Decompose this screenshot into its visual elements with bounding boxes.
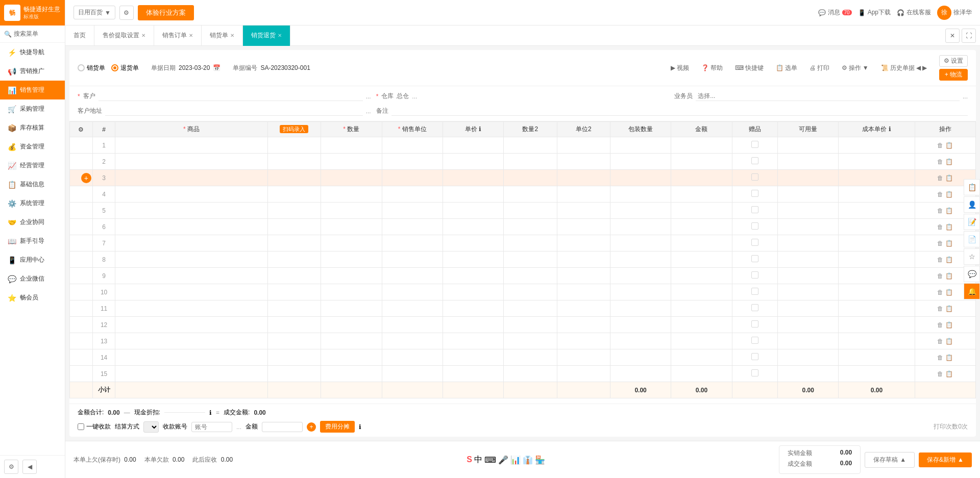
sidebar-item-operations[interactable]: 📈 经营管理 bbox=[0, 156, 65, 175]
account-input[interactable] bbox=[191, 422, 232, 432]
sidebar-item-member[interactable]: ⭐ 畅会员 bbox=[0, 288, 65, 307]
right-float-btn-3[interactable]: 📄 bbox=[964, 231, 980, 247]
tab-sales-return[interactable]: 销货退货 ✕ bbox=[243, 26, 290, 46]
right-float-btn-2[interactable]: 📝 bbox=[964, 214, 980, 230]
search-menu[interactable]: 🔍 搜索菜单 bbox=[0, 26, 65, 43]
delete-icon[interactable]: 🗑 bbox=[937, 370, 943, 378]
note-input[interactable] bbox=[391, 106, 968, 116]
copy-icon[interactable]: 📋 bbox=[945, 321, 953, 329]
copy-icon[interactable]: 📋 bbox=[945, 142, 953, 149]
gift-checkbox[interactable] bbox=[751, 190, 758, 197]
experience-button[interactable]: 体验行业方案 bbox=[138, 5, 194, 20]
tab-sales-order[interactable]: 销售订单 ✕ bbox=[154, 26, 202, 46]
delete-icon[interactable]: 🗑 bbox=[937, 354, 943, 361]
salesperson-input[interactable] bbox=[696, 91, 960, 101]
copy-icon[interactable]: 📋 bbox=[945, 289, 953, 296]
right-float-btn-4[interactable]: ☆ bbox=[964, 248, 980, 265]
sidebar-item-marketing[interactable]: 📢 营销推广 bbox=[0, 62, 65, 81]
sales-bill-radio[interactable]: 销货单 bbox=[78, 64, 105, 72]
help-btn[interactable]: ❓ 帮助 bbox=[697, 62, 727, 74]
add-row-btn[interactable]: + bbox=[81, 173, 91, 183]
close-tab-button[interactable]: ✕ bbox=[945, 29, 960, 43]
payment-checkbox-input[interactable] bbox=[78, 423, 84, 430]
customer-input[interactable] bbox=[99, 91, 363, 101]
gift-checkbox[interactable] bbox=[751, 222, 758, 230]
sidebar-item-guide[interactable]: 📖 新手引导 bbox=[0, 232, 65, 250]
copy-icon[interactable]: 📋 bbox=[945, 354, 953, 361]
sidebar-item-purchase-mgmt[interactable]: 🛒 采购管理 bbox=[0, 99, 65, 118]
tab-sales-bill[interactable]: 销货单 ✕ bbox=[202, 26, 243, 46]
copy-icon[interactable]: 📋 bbox=[945, 338, 953, 345]
fullscreen-button[interactable]: ⛶ bbox=[962, 29, 976, 43]
delete-icon[interactable]: 🗑 bbox=[937, 338, 943, 345]
col-settings[interactable]: ⚙ bbox=[70, 122, 93, 137]
save-new-button[interactable]: 保存&新增 ▲ bbox=[919, 452, 972, 467]
sidebar-item-finance[interactable]: 💰 资金管理 bbox=[0, 137, 65, 156]
fee-split-btn[interactable]: 费用分摊 bbox=[320, 421, 355, 433]
delete-icon[interactable]: 🗑 bbox=[937, 272, 943, 280]
add-payment-btn[interactable]: + bbox=[307, 422, 316, 432]
amount-input[interactable] bbox=[262, 422, 303, 432]
gift-checkbox[interactable] bbox=[751, 369, 758, 376]
col-scan[interactable]: 扫码录入 bbox=[267, 122, 321, 137]
tab-close-icon[interactable]: ✕ bbox=[230, 33, 234, 38]
discount-input[interactable] bbox=[164, 412, 205, 413]
gift-checkbox[interactable] bbox=[751, 271, 758, 279]
delete-icon[interactable]: 🗑 bbox=[937, 321, 943, 329]
nav-dropdown[interactable]: 日用百货 ▼ bbox=[74, 6, 115, 19]
right-float-btn-5[interactable]: 💬 bbox=[964, 266, 980, 282]
print-btn[interactable]: 🖨 打印 bbox=[805, 62, 834, 74]
delete-icon[interactable]: 🗑 bbox=[937, 174, 943, 182]
tab-price-setting[interactable]: 售价提取设置 ✕ bbox=[94, 26, 154, 46]
scan-btn[interactable]: 扫码录入 bbox=[280, 125, 308, 133]
right-float-btn-0[interactable]: 📋 bbox=[964, 179, 980, 195]
sidebar-item-quick-nav[interactable]: ⚡ 快捷导航 bbox=[0, 43, 65, 62]
copy-icon[interactable]: 📋 bbox=[945, 174, 953, 182]
tab-close-icon[interactable]: ✕ bbox=[278, 33, 282, 38]
copy-icon[interactable]: 📋 bbox=[945, 207, 953, 214]
delete-icon[interactable]: 🗑 bbox=[937, 305, 943, 312]
copy-icon[interactable]: 📋 bbox=[945, 305, 953, 312]
gift-checkbox[interactable] bbox=[751, 304, 758, 311]
tab-close-icon[interactable]: ✕ bbox=[189, 33, 193, 38]
delete-icon[interactable]: 🗑 bbox=[937, 142, 943, 149]
sidebar-item-basic-info[interactable]: 📋 基础信息 bbox=[0, 175, 65, 194]
sidebar-item-enterprise-wechat[interactable]: 💬 企业微信 bbox=[0, 269, 65, 288]
copy-icon[interactable]: 📋 bbox=[945, 191, 953, 198]
online-service-nav-item[interactable]: 🎧 在线客服 bbox=[897, 8, 931, 17]
sidebar-item-sys-mgmt[interactable]: ⚙️ 系统管理 bbox=[0, 194, 65, 213]
address-input[interactable] bbox=[105, 106, 363, 116]
gift-checkbox[interactable] bbox=[751, 337, 758, 344]
delete-icon[interactable]: 🗑 bbox=[937, 158, 943, 165]
gift-checkbox[interactable] bbox=[751, 288, 758, 295]
delete-icon[interactable]: 🗑 bbox=[937, 223, 943, 231]
settings-button[interactable]: ⚙ bbox=[4, 460, 18, 474]
header-gear-button[interactable]: ⚙ bbox=[119, 6, 134, 20]
sidebar-item-enterprise[interactable]: 🤝 企业协同 bbox=[0, 213, 65, 232]
app-download-nav-item[interactable]: 📱 App下载 bbox=[858, 8, 891, 17]
settlement-select[interactable] bbox=[143, 421, 159, 433]
sidebar-item-inventory[interactable]: 📦 库存核算 bbox=[0, 118, 65, 137]
delete-icon[interactable]: 🗑 bbox=[937, 289, 943, 296]
calendar-icon[interactable]: 📅 bbox=[213, 64, 220, 71]
operation-btn[interactable]: ⚙ 操作 ▼ bbox=[838, 62, 873, 74]
logistics-btn[interactable]: + 物流 bbox=[939, 69, 968, 81]
right-float-btn-6[interactable]: 🔔 bbox=[964, 283, 980, 299]
gift-checkbox[interactable] bbox=[751, 173, 758, 181]
copy-icon[interactable]: 📋 bbox=[945, 256, 953, 263]
copy-icon[interactable]: 📋 bbox=[945, 370, 953, 378]
save-draft-button[interactable]: 保存草稿 ▲ bbox=[865, 452, 915, 468]
user-nav-item[interactable]: 徐 徐泽华 bbox=[937, 6, 972, 20]
tab-home[interactable]: 首页 bbox=[65, 26, 94, 46]
select-btn[interactable]: 📋 选单 bbox=[772, 62, 801, 74]
gift-checkbox[interactable] bbox=[751, 320, 758, 328]
gift-checkbox[interactable] bbox=[751, 157, 758, 164]
tab-close-icon[interactable]: ✕ bbox=[141, 33, 145, 38]
gift-checkbox[interactable] bbox=[751, 141, 758, 148]
gift-checkbox[interactable] bbox=[751, 239, 758, 246]
copy-icon[interactable]: 📋 bbox=[945, 223, 953, 231]
delete-icon[interactable]: 🗑 bbox=[937, 256, 943, 263]
copy-icon[interactable]: 📋 bbox=[945, 240, 953, 247]
gift-checkbox[interactable] bbox=[751, 353, 758, 360]
right-float-btn-1[interactable]: 👤 bbox=[964, 196, 980, 213]
